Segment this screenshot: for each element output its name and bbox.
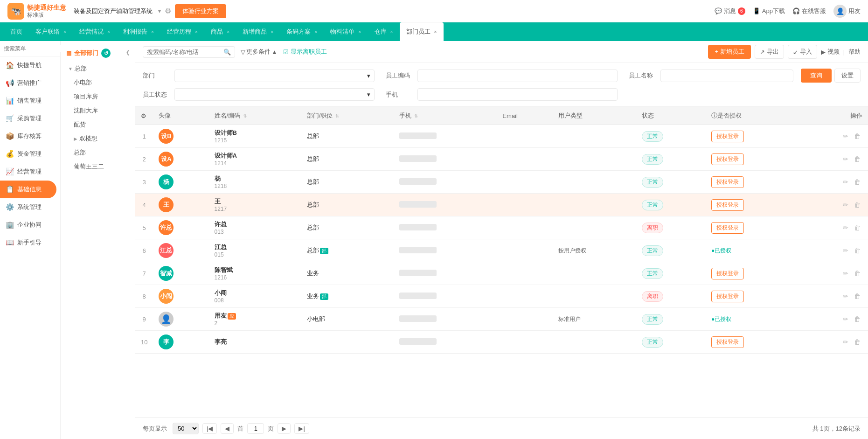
sidebar-item-system[interactable]: ⚙️ 系统管理 (0, 198, 60, 216)
auth-login-button[interactable]: 授权登录 (711, 268, 744, 279)
dept-node-peihuo[interactable]: 配货 (61, 118, 135, 132)
dept-filter-select[interactable]: ▾ (174, 70, 375, 82)
tab-customer[interactable]: 客户联络 × (29, 22, 73, 41)
edit-button[interactable]: ✏ (841, 314, 850, 324)
emp-name-input[interactable] (660, 70, 793, 82)
settings-icon[interactable]: ⚙ (165, 7, 171, 15)
first-page-button[interactable]: |◀ (202, 423, 217, 434)
dept-node-shenyang[interactable]: 沈阳大库 (61, 104, 135, 118)
more-conditions-button[interactable]: ▽ 更多条件 ▲ (241, 48, 278, 56)
close-icon[interactable]: × (227, 29, 229, 35)
refresh-icon[interactable]: ↺ (101, 49, 111, 58)
dept-node-shuanglou[interactable]: ▶ 双楼想 (61, 132, 135, 146)
close-icon[interactable]: × (434, 29, 437, 35)
tab-bom[interactable]: 物料清单 × (324, 22, 368, 41)
tab-warehouse[interactable]: 仓库 × (368, 22, 400, 41)
online-service-button[interactable]: 🎧 在线客服 (792, 7, 826, 15)
emp-status-select[interactable]: ▾ (174, 88, 375, 101)
dept-node-xiangmu[interactable]: 项目库房 (61, 90, 135, 104)
delete-button[interactable]: 🗑 (852, 337, 862, 347)
sidebar-item-marketing[interactable]: 📢 营销推广 (0, 74, 60, 92)
sidebar-item-quick-nav[interactable]: 🏠 快捷导航 (0, 56, 60, 74)
sidebar-item-purchase[interactable]: 🛒 采购管理 (0, 110, 60, 127)
dept-node-zongbu2[interactable]: 总部 (61, 146, 135, 160)
delete-button[interactable]: 🗑 (852, 223, 862, 232)
video-button[interactable]: ▶ 视频 (821, 48, 840, 56)
app-download-button[interactable]: 📱 App下载 (753, 7, 785, 15)
tab-profit[interactable]: 利润报告 × (117, 22, 160, 41)
edit-button[interactable]: ✏ (841, 200, 850, 209)
edit-button[interactable]: ✏ (841, 246, 850, 255)
edit-button[interactable]: ✏ (841, 132, 850, 141)
search-input-wrap[interactable]: 🔍 (143, 46, 235, 58)
emp-code-input[interactable] (417, 70, 618, 82)
trial-button[interactable]: 体验行业方案 (175, 4, 226, 18)
dept-node-xiaodian[interactable]: 小电部 (61, 76, 135, 90)
delete-button[interactable]: 🗑 (852, 314, 862, 324)
edit-button[interactable]: ✏ (841, 292, 850, 301)
col-name-code[interactable]: 姓名/编码 ⇅ (209, 107, 301, 125)
employee-search-input[interactable] (147, 49, 222, 56)
delete-button[interactable]: 🗑 (852, 292, 862, 301)
tab-dept-employee[interactable]: 部门员工 × (400, 22, 444, 41)
sidebar-item-guide[interactable]: 📖 新手引导 (0, 234, 60, 251)
auth-login-button[interactable]: 授权登录 (711, 199, 744, 211)
show-resigned-toggle[interactable]: ☑ 显示离职员工 (283, 48, 327, 56)
phone-input[interactable] (417, 88, 618, 101)
auth-login-button[interactable]: 授权登录 (711, 222, 744, 234)
import-button[interactable]: ↙ 导入 (788, 45, 817, 59)
tab-add-goods[interactable]: 新增商品 × (236, 22, 280, 41)
delete-button[interactable]: 🗑 (852, 132, 862, 141)
close-icon[interactable]: × (314, 29, 317, 35)
edit-button[interactable]: ✏ (841, 337, 850, 347)
sidebar-item-inventory[interactable]: 📦 库存核算 (0, 127, 60, 145)
reset-button[interactable]: 设置 (834, 69, 861, 83)
sidebar-item-sales[interactable]: 📊 销售管理 (0, 92, 60, 110)
page-number-input[interactable] (247, 423, 264, 434)
delete-button[interactable]: 🗑 (852, 154, 862, 164)
add-employee-button[interactable]: + 新增员工 (708, 45, 750, 59)
tab-goods[interactable]: 商品 × (204, 22, 236, 41)
dept-node-putao[interactable]: 葡萄王三二 (61, 160, 135, 174)
dept-node-zongbu-parent[interactable]: ▼ 总部 (61, 62, 135, 76)
prev-page-button[interactable]: ◀ (221, 423, 234, 434)
user-avatar[interactable]: 👤 用友 (833, 5, 861, 18)
delete-button[interactable]: 🗑 (852, 200, 862, 209)
sidebar-item-enterprise[interactable]: 🏢 企业协同 (0, 216, 60, 234)
edit-button[interactable]: ✏ (841, 223, 850, 232)
close-icon[interactable]: × (195, 29, 198, 35)
auth-login-button[interactable]: 授权登录 (711, 291, 744, 302)
close-icon[interactable]: × (358, 29, 361, 35)
query-button[interactable]: 查询 (801, 69, 832, 83)
col-dept-position[interactable]: 部门/职位 ⇅ (301, 107, 394, 125)
delete-button[interactable]: 🗑 (852, 246, 862, 255)
close-icon[interactable]: × (63, 29, 66, 35)
col-settings[interactable]: ⚙ (135, 107, 153, 125)
sidebar-item-finance[interactable]: 💰 资金管理 (0, 145, 60, 163)
tab-operation-status[interactable]: 经营情况 × (73, 22, 117, 41)
tab-operation-history[interactable]: 经营历程 × (160, 22, 204, 41)
auth-login-button[interactable]: 授权登录 (711, 131, 744, 142)
edit-button[interactable]: ✏ (841, 154, 850, 164)
messages-button[interactable]: 💬 消息 6 (715, 7, 745, 15)
close-icon[interactable]: × (271, 29, 273, 35)
chevron-down-icon[interactable]: ▾ (158, 8, 161, 14)
sidebar-item-operation[interactable]: 📈 经营管理 (0, 163, 60, 181)
tab-barcode[interactable]: 条码方案 × (280, 22, 324, 41)
help-button[interactable]: 帮助 (848, 48, 861, 56)
auth-login-button[interactable]: 授权登录 (711, 153, 744, 165)
page-size-select[interactable]: 50 100 200 (173, 423, 199, 434)
col-phone[interactable]: 手机 ⇅ (394, 107, 497, 125)
last-page-button[interactable]: ▶| (294, 423, 309, 434)
close-icon[interactable]: × (107, 29, 110, 35)
sidebar-search[interactable]: 🔍 (0, 41, 60, 56)
delete-button[interactable]: 🗑 (852, 269, 862, 278)
close-icon[interactable]: × (390, 29, 393, 35)
edit-button[interactable]: ✏ (841, 269, 850, 278)
close-icon[interactable]: × (151, 29, 154, 35)
auth-login-button[interactable]: 授权登录 (711, 176, 744, 188)
next-page-button[interactable]: ▶ (278, 423, 291, 434)
export-button[interactable]: ↗ 导出 (755, 45, 784, 59)
auth-login-button[interactable]: 授权登录 (711, 336, 744, 348)
tab-home[interactable]: 首页 (4, 22, 29, 41)
